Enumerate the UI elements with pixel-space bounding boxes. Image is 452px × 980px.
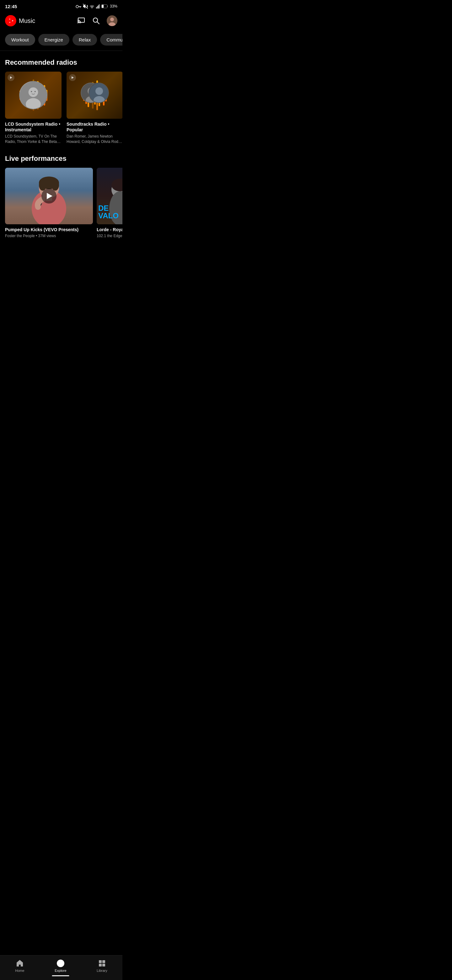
battery-text: 33% [110,4,117,8]
wifi-icon [89,5,95,8]
radio-card-title-2: Soundtracks Radio • Popular [67,121,122,132]
svg-point-31 [95,88,103,95]
radio-card-info-2: Soundtracks Radio • Popular Dan Romer, J… [67,119,122,145]
status-bar: 12:45 [0,0,122,13]
video-thumbnail-1 [5,168,93,224]
key-icon [76,4,81,8]
svg-point-14 [9,19,12,22]
play-icon-small-2 [71,76,75,80]
video-card-title-1: Pumped Up Kicks (VEVO Presents) [5,227,93,232]
artist-circle-1 [19,81,48,109]
status-icons: 33% [76,4,117,9]
chip-relax[interactable]: Relax [73,34,97,46]
radio-card-title-1: LCD Soundsystem Radio • Instrumental [5,121,62,132]
svg-point-24 [31,91,32,92]
video-card-subtitle-2: 102.1 the Edge [97,234,122,238]
radio-card-subtitle-2: Dan Romer, James Newton Howard, Coldplay… [67,134,122,145]
logo-container: Music [5,15,35,26]
recommended-radios-section: Recommended radios [0,51,122,148]
video-card-info-1: Pumped Up Kicks (VEVO Presents) Foster t… [5,224,93,238]
svg-marker-33 [71,76,74,79]
video-card-info-2: Lorde - Royals 102.1 the Edge [97,224,122,238]
svg-rect-5 [96,7,97,8]
status-time: 12:45 [5,4,17,9]
radio-card-image-2 [67,72,122,119]
header-icons [76,15,117,26]
svg-line-17 [97,22,100,24]
svg-rect-11 [102,5,103,8]
svg-point-39 [51,179,59,191]
play-icon-small [9,76,13,80]
mute-icon [83,4,88,9]
live-performances-section: Live performances [0,148,122,242]
svg-marker-26 [10,76,12,79]
recommended-radios-title: Recommended radios [0,59,122,72]
video-card-subtitle-1: Foster the People • 37M views [5,234,93,238]
svg-rect-6 [97,6,98,8]
svg-point-19 [110,18,114,21]
svg-point-22 [29,88,38,97]
cast-icon [77,17,85,24]
radio-card-2[interactable]: Soundtracks Radio • Popular Dan Romer, J… [67,72,122,145]
svg-rect-7 [98,5,98,8]
video-card-title-2: Lorde - Royals [97,227,122,232]
video-thumbnail-2: DEVALO [97,168,122,224]
video-cards-scroll: Pumped Up Kicks (VEVO Presents) Foster t… [0,168,122,238]
signal-icon [96,4,100,8]
app-name: Music [19,17,35,24]
video-card-2[interactable]: DEVALO Lorde - Royals 102.1 the Edge [97,168,122,238]
youtube-music-logo [5,15,16,26]
radio-card-1[interactable]: LCD Soundsystem Radio • Instrumental LCD… [5,72,62,145]
cast-button[interactable] [76,16,86,25]
chip-commute[interactable]: Commute [100,34,122,46]
avatar-image [107,15,117,26]
radio-play-badge-1 [8,74,14,81]
de-valo-text: DEVALO [98,204,119,220]
svg-rect-8 [99,5,100,8]
svg-point-25 [35,91,36,92]
battery-icon [102,5,108,8]
user-avatar[interactable] [107,15,117,26]
play-button-1[interactable] [41,188,57,204]
radio-card-subtitle-1: LCD Soundsystem, TV On The Radio, Thom Y… [5,134,62,145]
radio-card-image-1 [5,72,62,119]
chip-energize[interactable]: Energize [38,34,69,46]
svg-rect-15 [78,18,84,22]
live-performances-title: Live performances [0,154,122,168]
artist-photo-1 [20,81,47,109]
chip-workout[interactable]: Workout [5,34,35,46]
svg-point-0 [76,5,78,8]
search-icon [92,17,100,24]
video-card-1[interactable]: Pumped Up Kicks (VEVO Presents) Foster t… [5,168,93,238]
radio-cards-scroll: LCD Soundsystem Radio • Instrumental LCD… [0,72,122,145]
radio-card-info-1: LCD Soundsystem Radio • Instrumental LCD… [5,119,62,145]
chips-container: Workout Energize Relax Commute Focus [0,32,122,51]
header: Music [0,13,122,32]
search-button[interactable] [92,16,100,25]
radio-play-badge-2 [69,74,76,81]
